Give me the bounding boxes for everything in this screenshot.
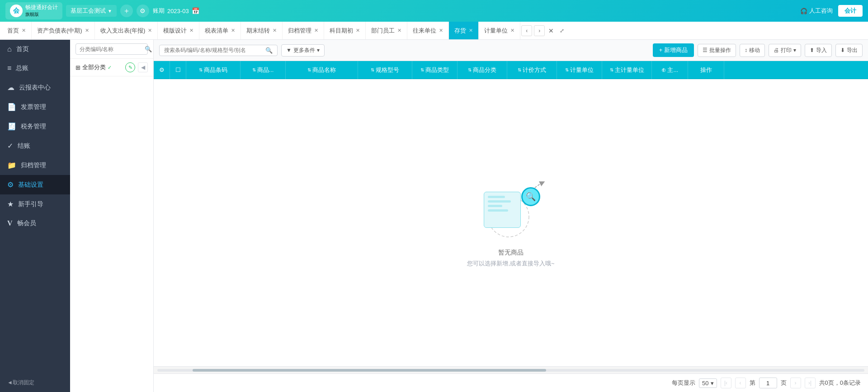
scroll-thumb[interactable] bbox=[193, 369, 546, 372]
table-footer: 每页显示 50 ▾ |‹ ‹ 第 页 › ›| 共0页，0条记录 bbox=[154, 373, 868, 392]
tab-balance-close[interactable]: ✕ bbox=[85, 28, 89, 33]
category-all-label[interactable]: 全部分类 bbox=[82, 63, 106, 71]
product-search-icon[interactable]: 🔍 bbox=[265, 47, 273, 54]
category-search-icon[interactable]: 🔍 bbox=[145, 46, 152, 52]
tab-income[interactable]: 收入支出表(年报) ✕ bbox=[95, 22, 158, 40]
settlement-icon: ✓ bbox=[7, 142, 13, 150]
tab-income-label: 收入支出表(年报) bbox=[100, 27, 146, 35]
th-unit[interactable]: ⇅ 计量单位 bbox=[557, 61, 602, 79]
tab-balance[interactable]: 资产负债表(中期) ✕ bbox=[32, 22, 95, 40]
th-code[interactable]: ⇅ 商品... bbox=[241, 61, 286, 79]
category-search-input[interactable] bbox=[80, 46, 143, 52]
sidebar: ⌂ 首页 ≡ 总账 ☁ 云报表中心 📄 发票管理 🧾 税务管理 ✓ 结账 📁 归… bbox=[0, 40, 70, 392]
tab-template[interactable]: 模版设计 ✕ bbox=[158, 22, 199, 40]
tab-inventory-close[interactable]: ✕ bbox=[469, 28, 473, 33]
sidebar-item-member[interactable]: V 畅会员 bbox=[0, 214, 70, 233]
sidebar-item-ledger[interactable]: ≡ 总账 bbox=[0, 59, 70, 78]
tax-icon: 🧾 bbox=[7, 122, 16, 131]
category-edit-button[interactable]: ✎ bbox=[125, 62, 135, 72]
sidebar-item-invoice[interactable]: 📄 发票管理 bbox=[0, 97, 70, 117]
tab-tax-close[interactable]: ✕ bbox=[231, 28, 235, 33]
tab-balance-label: 资产负债表(中期) bbox=[37, 27, 82, 35]
tab-tax[interactable]: 税表清单 ✕ bbox=[199, 22, 241, 40]
category-search[interactable]: 🔍 bbox=[75, 43, 148, 55]
th-name[interactable]: ⇅ 商品名称 bbox=[286, 61, 358, 79]
per-page-selector[interactable]: 50 ▾ bbox=[699, 378, 717, 388]
batch-ops-icon: ☰ bbox=[703, 47, 708, 53]
app-edition: 旗舰版 bbox=[25, 11, 58, 18]
tab-dept[interactable]: 部门员工 ✕ bbox=[366, 22, 407, 40]
top-bar: 会 畅捷通好会计 旗舰版 基层工会测试 ▼ ＋ ⚙ 账期 2023-03 📅 🎧… bbox=[0, 0, 868, 22]
prev-page-button[interactable]: ‹ bbox=[735, 378, 746, 388]
tab-dept-close[interactable]: ✕ bbox=[397, 28, 401, 33]
tab-partner[interactable]: 往来单位 ✕ bbox=[407, 22, 449, 40]
export-button[interactable]: ⬇ 导出 bbox=[835, 44, 863, 57]
first-page-button[interactable]: |‹ bbox=[721, 378, 731, 388]
company-selector[interactable]: 基层工会测试 ▼ bbox=[66, 5, 117, 17]
next-page-button[interactable]: › bbox=[790, 378, 801, 388]
category-collapse-button[interactable]: ◀ bbox=[138, 62, 148, 72]
tab-period-end-label: 期末结转 bbox=[246, 27, 270, 35]
move-button[interactable]: ↕ 移动 bbox=[740, 44, 765, 57]
sidebar-item-home[interactable]: ⌂ 首页 bbox=[0, 40, 70, 59]
th-category[interactable]: ⇅ 商品分类 bbox=[458, 61, 507, 79]
product-search-input[interactable] bbox=[164, 47, 264, 53]
tab-subject-close[interactable]: ✕ bbox=[356, 28, 360, 33]
sidebar-item-settlement-label: 结账 bbox=[18, 142, 30, 150]
product-search[interactable]: 🔍 bbox=[159, 45, 278, 56]
import-button[interactable]: ⬆ 导入 bbox=[805, 44, 832, 57]
th-extra[interactable]: ⊕ 主... bbox=[652, 61, 688, 79]
th-price-mode[interactable]: ⇅ 计价方式 bbox=[507, 61, 557, 79]
sidebar-item-guide[interactable]: ★ 新手引导 bbox=[0, 194, 70, 214]
tab-partner-close[interactable]: ✕ bbox=[439, 28, 443, 33]
sidebar-item-settlement[interactable]: ✓ 结账 bbox=[0, 136, 70, 156]
filter-button[interactable]: ▼ 更多条件 ▾ bbox=[281, 44, 325, 57]
add-account-button[interactable]: ＋ bbox=[120, 5, 133, 17]
last-page-button[interactable]: ›| bbox=[805, 378, 816, 388]
tab-template-close[interactable]: ✕ bbox=[189, 28, 193, 33]
calendar-icon[interactable]: 📅 bbox=[192, 7, 199, 14]
add-product-button[interactable]: + 新增商品 bbox=[653, 43, 694, 57]
empty-doc-body bbox=[484, 192, 521, 228]
settings-icon[interactable]: ⚙ bbox=[137, 5, 149, 17]
user-role-button[interactable]: 会计 bbox=[838, 5, 863, 17]
th-price-mode-label: 计价方式 bbox=[523, 66, 546, 74]
sidebar-item-basic[interactable]: ⚙ 基础设置 bbox=[0, 175, 70, 194]
tab-close-all[interactable]: ✕ bbox=[546, 25, 557, 36]
tab-subject[interactable]: 科目期初 ✕ bbox=[324, 22, 366, 40]
tab-unit-label: 计量单位 bbox=[484, 27, 508, 35]
batch-ops-button[interactable]: ☰ 批量操作 bbox=[698, 44, 736, 57]
tab-period-end[interactable]: 期末结转 ✕ bbox=[241, 22, 283, 40]
th-settings[interactable]: ⚙ bbox=[154, 61, 170, 79]
tab-scroll-right[interactable]: › bbox=[534, 25, 545, 36]
th-type[interactable]: ⇅ 商品类型 bbox=[412, 61, 458, 79]
tab-inventory[interactable]: 存货 ✕ bbox=[449, 22, 479, 40]
th-main-unit[interactable]: ⇅ 主计量单位 bbox=[602, 61, 652, 79]
category-panel: 🔍 ⊞ 全部分类 ✓ ✎ ◀ bbox=[70, 40, 154, 392]
horizontal-scrollbar[interactable] bbox=[154, 366, 868, 373]
th-barcode[interactable]: ⇅ 商品条码 bbox=[186, 61, 241, 79]
tab-home[interactable]: 首页 ✕ bbox=[2, 22, 32, 40]
tab-home-close[interactable]: ✕ bbox=[22, 28, 26, 33]
tab-archive-close[interactable]: ✕ bbox=[314, 28, 318, 33]
tab-scroll-left[interactable]: ‹ bbox=[521, 25, 532, 36]
sidebar-unpin[interactable]: ◄取消固定 bbox=[0, 373, 70, 392]
table-area: 🔍 ▼ 更多条件 ▾ + 新增商品 ☰ 批量操作 bbox=[154, 40, 868, 392]
sidebar-item-reports[interactable]: ☁ 云报表中心 bbox=[0, 78, 70, 97]
tab-unit-close[interactable]: ✕ bbox=[510, 28, 514, 33]
tab-period-end-close[interactable]: ✕ bbox=[273, 28, 277, 33]
print-button[interactable]: 🖨 打印 ▾ bbox=[769, 44, 801, 57]
sidebar-item-tax[interactable]: 🧾 税务管理 bbox=[0, 117, 70, 136]
tab-archive[interactable]: 归档管理 ✕ bbox=[283, 22, 324, 40]
app-logo[interactable]: 会 畅捷通好会计 旗舰版 bbox=[5, 2, 62, 19]
sidebar-item-archive[interactable]: 📁 归档管理 bbox=[0, 156, 70, 175]
service-button[interactable]: 🎧 人工咨询 bbox=[800, 7, 833, 15]
settings-gear-icon: ⚙ bbox=[159, 66, 165, 73]
tab-income-close[interactable]: ✕ bbox=[148, 28, 152, 33]
th-spec[interactable]: ⇅ 规格型号 bbox=[358, 61, 412, 79]
add-product-label: + 新增商品 bbox=[659, 46, 688, 54]
th-checkbox[interactable]: ☐ bbox=[170, 61, 186, 79]
tab-expand[interactable]: ⤢ bbox=[557, 25, 567, 36]
page-number-input[interactable] bbox=[759, 378, 777, 388]
tab-unit[interactable]: 计量单位 ✕ bbox=[479, 22, 520, 40]
